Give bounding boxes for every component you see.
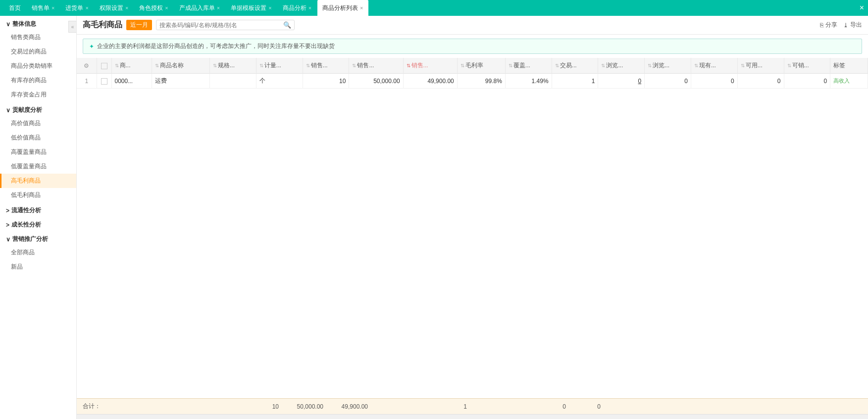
sidebar-item-high-value[interactable]: 高价值商品 — [0, 116, 76, 131]
chevron-down-icon-3: ∨ — [6, 236, 10, 243]
col-header-gross-rate[interactable]: ⇅毛利率 — [457, 58, 505, 74]
table-row: 1 0000... 运费 个 — [77, 74, 868, 89]
search-box: 🔍 — [156, 20, 295, 30]
sidebar-group-marketing[interactable]: ∨ 营销推广分析 — [0, 231, 76, 245]
col-header-settings[interactable]: ⚙ — [77, 58, 97, 74]
cell-name-1: 运费 — [152, 74, 210, 89]
col-header-code[interactable]: ⇅商... — [111, 58, 152, 74]
col-header-current[interactable]: ⇅现有... — [691, 58, 737, 74]
chevron-right-icon-2: > — [6, 222, 9, 229]
search-icon[interactable]: 🔍 — [283, 21, 291, 29]
chevron-right-icon: > — [6, 207, 9, 214]
sidebar-group-overall[interactable]: ∨ 整体信息 — [0, 16, 76, 30]
close-template-tab[interactable]: × — [268, 5, 271, 11]
cell-sales-profit-1: 49,900.00 — [403, 74, 457, 89]
close-purchase-tab[interactable]: × — [85, 5, 88, 11]
tab-template[interactable]: 单据模板设置 × — [226, 0, 276, 16]
cell-browse2-1: 0 — [645, 74, 691, 89]
tab-product-analysis[interactable]: 商品分析 × — [278, 0, 316, 16]
sidebar-item-all-goods[interactable]: 全部商品 — [0, 245, 76, 260]
sidebar-item-low-margin[interactable]: 低毛利商品 — [0, 188, 76, 202]
sidebar-item-new-goods[interactable]: 新品 — [0, 260, 76, 274]
sidebar-item-category-rate[interactable]: 商品分类助销率 — [0, 59, 76, 73]
cell-sellable-1: 0 — [784, 74, 830, 89]
cell-current-1: 0 — [691, 74, 737, 89]
col-header-usable[interactable]: ⇅可用... — [737, 58, 784, 74]
cell-trade-1: 1 — [552, 74, 598, 89]
footer-usable: 0 — [566, 403, 601, 410]
export-button[interactable]: ⤓ 导出 — [843, 21, 862, 29]
sidebar-group-liquidity[interactable]: > 流通性分析 — [0, 202, 76, 217]
sidebar-item-stock-capital[interactable]: 库存资金占用 — [0, 88, 76, 102]
sidebar-collapse-button[interactable]: « — [68, 21, 76, 33]
footer-sales-amount: 50,000.00 — [279, 403, 323, 410]
col-header-coverage[interactable]: ⇅覆盖... — [505, 58, 552, 74]
tab-purchase[interactable]: 进货单 × — [60, 0, 93, 16]
search-input[interactable] — [159, 22, 283, 29]
sidebar-item-high-margin[interactable]: 高毛利商品 — [0, 174, 76, 188]
chevron-down-icon: ∨ — [6, 21, 10, 28]
sidebar-item-traded-goods[interactable]: 交易过的商品 — [0, 45, 76, 59]
info-banner: ✦ 企业的主要的利润都是这部分商品创造的，可考虑加大推广，同时关注库存量不要出现… — [83, 39, 862, 54]
close-role-tab[interactable]: × — [165, 5, 168, 11]
tab-sales[interactable]: 销售单 × — [27, 0, 59, 16]
tab-home[interactable]: 首页 — [4, 0, 26, 16]
table-wrapper: ⚙ ⇅商... ⇅商品名称 ⇅规格... — [77, 58, 868, 398]
content-header: 高毛利商品 近一月 🔍 ⎘ 分享 ⤓ 导出 — [77, 16, 868, 35]
period-button[interactable]: 近一月 — [126, 20, 152, 30]
close-product-analysis-tab[interactable]: × — [308, 5, 311, 11]
cell-cb-1[interactable] — [97, 74, 111, 89]
tab-permission[interactable]: 权限设置 × — [95, 0, 133, 16]
info-icon: ✦ — [89, 43, 94, 50]
close-product-inbound-tab[interactable]: × — [217, 5, 220, 11]
col-header-sales-count[interactable]: ⇅销售... — [303, 58, 349, 74]
cell-sales-count-1: 10 — [303, 74, 349, 89]
col-header-trade[interactable]: ⇅交易... — [552, 58, 598, 74]
footer-current: 0 — [531, 403, 566, 410]
close-product-analysis-list-tab[interactable]: × — [360, 5, 363, 11]
cell-num-1: 1 — [77, 74, 97, 89]
sidebar-group-contribution[interactable]: ∨ 贡献度分析 — [0, 102, 76, 116]
share-button[interactable]: ⎘ 分享 — [820, 21, 837, 29]
sidebar-item-sales-goods[interactable]: 销售类商品 — [0, 30, 76, 45]
sidebar: « ∨ 整体信息 销售类商品 交易过的商品 商品分类助销率 有库存的商品 库存资… — [0, 16, 77, 419]
col-header-spec[interactable]: ⇅规格... — [210, 58, 256, 74]
footer-sales-profit: 49,900.00 — [323, 403, 368, 410]
header-actions: ⎘ 分享 ⤓ 导出 — [820, 21, 862, 29]
cell-spec-1 — [210, 74, 256, 89]
tab-product-analysis-list[interactable]: 商品分析列表 × — [317, 0, 368, 16]
cell-tag-1: 高收入 — [830, 74, 868, 89]
footer-cells: 10 50,000.00 49,900.00 1 0 0 — [110, 403, 862, 410]
content-area: 高毛利商品 近一月 🔍 ⎘ 分享 ⤓ 导出 ✦ 企业的主要的利润都是这部分商品创… — [77, 16, 868, 419]
col-header-browse1[interactable]: ⇅浏览... — [598, 58, 645, 74]
main-area: « ∨ 整体信息 销售类商品 交易过的商品 商品分类助销率 有库存的商品 库存资… — [0, 16, 868, 419]
col-header-sales-amount[interactable]: ⇅销售... — [349, 58, 403, 74]
cell-code-1: 0000... — [111, 74, 152, 89]
sidebar-group-growth[interactable]: > 成长性分析 — [0, 217, 76, 231]
close-sales-tab[interactable]: × — [51, 5, 54, 11]
horizontal-scrollbar[interactable] — [77, 414, 868, 419]
col-header-unit[interactable]: ⇅计量... — [256, 58, 303, 74]
sidebar-item-in-stock[interactable]: 有库存的商品 — [0, 73, 76, 88]
close-permission-tab[interactable]: × — [125, 5, 128, 11]
tab-product-inbound[interactable]: 产成品入库单 × — [174, 0, 225, 16]
col-header-checkbox[interactable] — [97, 58, 111, 74]
col-header-sellable[interactable]: ⇅可销... — [784, 58, 830, 74]
sidebar-item-low-value[interactable]: 低价值商品 — [0, 131, 76, 145]
share-icon: ⎘ — [820, 22, 823, 29]
close-all-tabs-icon[interactable]: × — [860, 3, 864, 12]
cell-gross-rate-1: 99.8% — [457, 74, 505, 89]
footer-label: 合计： — [83, 402, 101, 411]
sidebar-item-low-coverage[interactable]: 低覆盖量商品 — [0, 159, 76, 174]
table-footer: 合计： 10 50,000.00 49,900.00 1 0 0 — [77, 398, 868, 414]
col-header-tag[interactable]: 标签 — [830, 58, 868, 74]
col-header-name[interactable]: ⇅商品名称 — [152, 58, 210, 74]
data-table: ⚙ ⇅商... ⇅商品名称 ⇅规格... — [77, 58, 868, 89]
page-title: 高毛利商品 — [83, 20, 122, 30]
col-header-browse2[interactable]: ⇅浏览... — [645, 58, 691, 74]
col-header-sales-profit[interactable]: ⇅销售... — [403, 58, 457, 74]
sidebar-item-high-coverage[interactable]: 高覆盖量商品 — [0, 145, 76, 159]
export-icon: ⤓ — [843, 22, 848, 29]
top-nav: 首页 销售单 × 进货单 × 权限设置 × 角色授权 × 产成品入库单 × 单据… — [0, 0, 868, 16]
tab-role[interactable]: 角色授权 × — [134, 0, 173, 16]
